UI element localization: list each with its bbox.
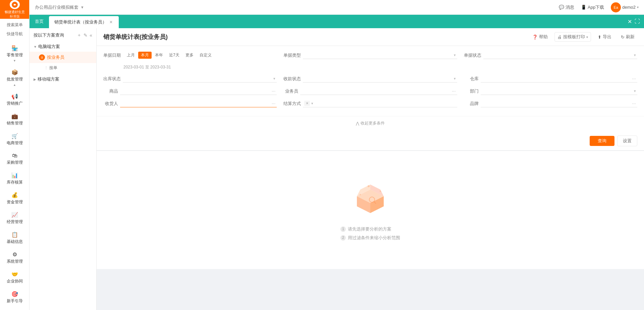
doc-type-control[interactable]: ▾ xyxy=(303,52,457,59)
sidebar-item-guide[interactable]: 🎯 新手引导 xyxy=(0,288,29,307)
tabbar: 首页 销货单统计表（按业务员） ✕ ✕ ⛶ xyxy=(30,15,644,28)
date-btn-last-month[interactable]: 上月 xyxy=(124,52,138,59)
search-menu-item[interactable]: 搜索菜单 xyxy=(0,19,29,30)
brand-control[interactable]: ··· xyxy=(481,100,637,107)
receiver-input[interactable] xyxy=(121,101,270,106)
settle-control[interactable]: × ▾ xyxy=(303,100,457,107)
logo[interactable]: 畅捷通好生意 标准版 xyxy=(0,0,30,19)
tab-close-all-icon[interactable]: ✕ xyxy=(628,18,632,25)
sidebar-item-sales[interactable]: 💼 销售管理 xyxy=(0,110,29,130)
salesperson-input[interactable] xyxy=(302,89,450,94)
sidebar-item-wholesale[interactable]: 📦 批发管理 ▲ xyxy=(0,66,29,90)
pay-status-label: 收款状态 xyxy=(283,76,301,82)
department-chevron-icon: ▾ xyxy=(634,89,636,93)
sidebar-item-system-label: 系统管理 xyxy=(7,259,23,264)
date-range-text: 2023-03-01 至 2023-03-31 xyxy=(123,65,171,69)
sidebar-item-ecommerce[interactable]: 🛒 电商管理 xyxy=(0,130,29,149)
pay-status-input[interactable] xyxy=(304,76,452,81)
collapse-label: 收起更多条件 xyxy=(361,120,385,126)
sidebar-item-wholesale-label: 批发管理 xyxy=(7,76,23,82)
sidebar-item-purchase[interactable]: 🛍 采购管理 xyxy=(0,149,29,169)
messages-btn[interactable]: 💬 消息 xyxy=(559,4,574,10)
doc-type-label: 单据类型 xyxy=(283,52,301,58)
doc-type-input[interactable] xyxy=(304,53,452,58)
doc-status-input[interactable] xyxy=(485,53,633,58)
goods-input[interactable] xyxy=(121,89,270,94)
filter-row-2: 出库状态 ▾ 收款状态 ▾ xyxy=(103,75,637,83)
refresh-btn[interactable]: ↻ 刷新 xyxy=(618,33,637,41)
add-scheme-icon[interactable]: ＋ xyxy=(77,32,82,38)
tab-home[interactable]: 首页 xyxy=(30,15,49,28)
scheme-sub-item-by-order[interactable]: ⋮ 按单 xyxy=(30,63,96,73)
pay-status-control[interactable]: ▾ xyxy=(303,75,457,83)
user-label: demo2 xyxy=(622,5,636,10)
help-icon: ❓ xyxy=(532,35,538,40)
sidebar-item-inventory[interactable]: 📊 库存核算 xyxy=(0,169,29,189)
export-btn[interactable]: ⬆ 导出 xyxy=(595,33,614,41)
sidebar-item-basic[interactable]: 📋 基础信息 xyxy=(0,228,29,248)
sidebar-item-marketing[interactable]: 📢 营销推广 xyxy=(0,90,29,110)
date-btn-more[interactable]: 更多 xyxy=(183,52,196,59)
out-status-chevron-icon: ▾ xyxy=(273,76,275,81)
filter-row-1: 单据日期 上月 本月 本年 近7天 更多 自定义 xyxy=(103,51,637,60)
date-btn-this-year[interactable]: 本年 xyxy=(152,52,166,59)
basic-icon: 📋 xyxy=(11,231,18,238)
sidebar-item-collab-label: 企业协同 xyxy=(7,278,23,284)
date-btn-7days[interactable]: 近7天 xyxy=(166,52,182,59)
user-menu-btn[interactable]: Ea demo2 ▾ xyxy=(611,2,639,12)
sidebar-item-system[interactable]: ⚙ 系统管理 xyxy=(0,248,29,268)
date-btn-this-month[interactable]: 本月 xyxy=(138,52,152,59)
salesperson-control[interactable]: ··· xyxy=(300,87,457,95)
department-control[interactable]: ▾ xyxy=(481,88,637,95)
doc-status-chevron-icon: ▾ xyxy=(634,53,636,57)
query-button[interactable]: 查询 xyxy=(590,136,614,146)
sidebar-item-collab[interactable]: 🤝 企业协同 xyxy=(0,268,29,288)
doc-status-control[interactable]: ▾ xyxy=(483,52,637,59)
help-label: 帮助 xyxy=(539,34,548,40)
warehouse-dots-icon[interactable]: ··· xyxy=(632,76,636,81)
print-btn[interactable]: 🖨 按模板打印 ▾ xyxy=(554,32,591,42)
collapse-panel-icon[interactable]: « xyxy=(90,33,92,38)
quick-nav-item[interactable]: 快捷导航 xyxy=(0,30,29,39)
goods-dots-icon[interactable]: ··· xyxy=(272,88,276,94)
svg-point-7 xyxy=(380,191,381,192)
goods-control[interactable]: ··· xyxy=(120,87,277,95)
scheme-item-by-salesperson[interactable]: 业 按业务员 xyxy=(30,52,96,63)
edit-scheme-icon[interactable]: ✎ xyxy=(84,33,88,38)
out-status-control[interactable]: ▾ xyxy=(123,75,277,83)
date-filter-item: 单据日期 上月 本月 本年 近7天 更多 自定义 xyxy=(103,51,277,60)
topbar-dropdown-icon[interactable]: ▾ xyxy=(81,5,84,10)
sidebar-item-operation[interactable]: 📈 经营管理 xyxy=(0,208,29,228)
purchase-icon: 🛍 xyxy=(12,153,17,159)
salesperson-dots-icon[interactable]: ··· xyxy=(452,88,456,94)
date-btn-custom[interactable]: 自定义 xyxy=(197,52,214,59)
tab-sales-stat[interactable]: 销货单统计表（按业务员） ✕ xyxy=(49,16,119,28)
tip-text-2: 用过滤条件来缩小分析范围 xyxy=(348,234,400,242)
tab-close-icon[interactable]: ✕ xyxy=(109,19,113,25)
settings-button[interactable]: 设置 xyxy=(617,136,637,146)
sidebar-item-appstore[interactable]: 🔷 应用中心 xyxy=(0,307,29,310)
warehouse-control[interactable]: ··· xyxy=(481,75,637,83)
logo-icon xyxy=(10,0,20,9)
salesperson-label: 业务员 xyxy=(283,88,298,94)
tip-num-2: 2 xyxy=(340,235,346,241)
help-btn[interactable]: ❓ 帮助 xyxy=(530,33,550,41)
department-input[interactable] xyxy=(482,89,633,94)
page-title: 销货单统计表(按业务员) xyxy=(103,33,168,45)
topbar: 办公用品行业模拟账套 ▾ 💬 消息 📱 App下载 Ea demo2 ▾ xyxy=(30,0,644,15)
settle-tag-x-btn[interactable]: × xyxy=(306,101,308,106)
sidebar-item-sales-label: 销售管理 xyxy=(7,120,23,126)
collapse-btn[interactable]: ⋀ 收起更多条件 xyxy=(351,119,390,127)
sidebar-item-retail[interactable]: 🏪 零售管理 ▼ xyxy=(0,42,29,66)
mobile-scheme-group-title[interactable]: ▶ 移动端方案 xyxy=(30,74,96,84)
out-status-label: 出库状态 xyxy=(103,76,121,82)
tab-fullscreen-icon[interactable]: ⛶ xyxy=(635,18,640,24)
receiver-dots-icon[interactable]: ··· xyxy=(272,101,276,106)
receiver-control[interactable]: ··· xyxy=(120,100,277,107)
filter-row-4: 收货人 ··· 结算方式 × xyxy=(103,100,637,107)
app-download-btn[interactable]: 📱 App下载 xyxy=(581,4,604,10)
out-status-input[interactable] xyxy=(124,76,272,81)
desktop-scheme-group-title[interactable]: ▼ 电脑端方案 xyxy=(30,42,96,52)
sidebar-item-finance[interactable]: 💰 资金管理 xyxy=(0,189,29,208)
brand-dots-icon[interactable]: ··· xyxy=(632,101,636,106)
